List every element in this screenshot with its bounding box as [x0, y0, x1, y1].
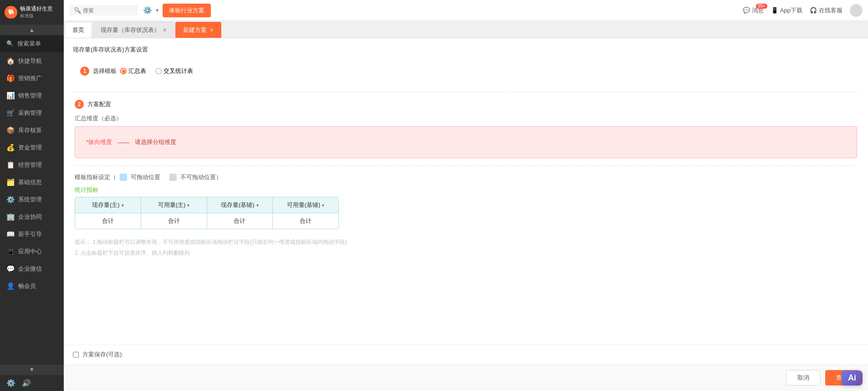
cart-icon: 🛒 — [6, 109, 15, 117]
cancel-button[interactable]: 取消 — [786, 370, 821, 386]
online-service-label: 在线客服 — [819, 6, 842, 15]
sidebar-item-label: 经营管理 — [18, 161, 42, 169]
sidebar-item-label: 营销推广 — [18, 74, 42, 82]
tab-new-scheme[interactable]: 新建方案 ✕ — [175, 22, 221, 38]
stats-col-1[interactable]: 可用量(主) ▾ — [141, 197, 207, 213]
tips-item-1: 2. 点击标题栏下拉可设置排序、插入列和删除列 — [75, 247, 857, 258]
indicator-label-text: 模板指标设定（ — [75, 173, 116, 181]
user-icon: 👤 — [6, 282, 15, 290]
draggable-badge — [120, 174, 127, 181]
sidebar-item-quicknav[interactable]: 🏠 快捷导航 — [0, 52, 64, 70]
radio-cross-label: 交叉统计表 — [163, 67, 193, 75]
section1-header: 1 选择模板 汇总表 交叉统计表 — [80, 67, 852, 76]
topbar-dropdown-icon[interactable]: ▾ — [156, 7, 159, 14]
dim-required-star: *纵向维度 — [86, 138, 112, 146]
stats-col-0-chevron[interactable]: ▾ — [122, 203, 124, 208]
sidebar-item-member[interactable]: 👤 畅会员 — [0, 278, 64, 295]
stats-cell-1: 合计 — [141, 213, 207, 229]
radio-cross[interactable]: 交叉统计表 — [155, 67, 193, 75]
clipboard-icon: 📋 — [6, 161, 15, 169]
sidebar-item-purchase[interactable]: 🛒 采购管理 — [0, 104, 64, 122]
sidebar-item-inventory[interactable]: 📦 库存核算 — [0, 122, 64, 139]
section1-num: 1 — [80, 67, 89, 76]
radio-cross-circle — [155, 68, 162, 74]
stats-cell-3: 合计 — [273, 213, 338, 229]
sidebar-item-appcenter[interactable]: 📱 应用中心 — [0, 243, 64, 260]
message-button[interactable]: 💬 消息 99+ — [743, 6, 764, 15]
app-logo-icon: 畅 — [5, 6, 17, 19]
stats-col-1-chevron[interactable]: ▾ — [187, 203, 189, 208]
stats-table: 现存量(主) ▾ 可用量(主) ▾ 现存量(基辅) ▾ — [75, 197, 339, 229]
stats-col-3-chevron[interactable]: ▾ — [322, 203, 324, 208]
sidebar-item-sales[interactable]: 📊 销售管理 — [0, 87, 64, 104]
sidebar-item-company[interactable]: 🏢 企业协同 — [0, 208, 64, 226]
sidebar-item-label: 库存核算 — [18, 126, 42, 134]
sidebar-item-wechat[interactable]: 💬 企业微信 — [0, 260, 64, 278]
tab-inventory-status[interactable]: 现存量（库存状况表） ✕ — [93, 22, 174, 38]
sidebar-item-newguide[interactable]: 📖 新手引导 — [0, 226, 64, 243]
save-checkbox[interactable] — [73, 352, 79, 358]
stats-cell-2: 合计 — [207, 213, 273, 229]
money-icon: 💰 — [6, 144, 15, 152]
trial-button[interactable]: 体验行业方案 — [163, 4, 211, 17]
content-footer: 方案保存(可选) — [64, 345, 868, 364]
topbar-search-input[interactable] — [83, 7, 133, 14]
sidebar-item-marketing[interactable]: 🎁 营销推广 — [0, 70, 64, 87]
tab-home[interactable]: 首页 — [65, 22, 92, 38]
tab-new-scheme-close[interactable]: ✕ — [209, 27, 214, 33]
stats-col-2[interactable]: 现存量(基辅) ▾ — [207, 197, 273, 213]
sidebar-item-label: 企业协同 — [18, 213, 42, 221]
message-badge: 99+ — [756, 4, 767, 9]
save-label: 方案保存(可选) — [82, 350, 122, 359]
page-title: 现存量(库存状况表)方案设置 — [73, 46, 859, 54]
sidebar-item-search[interactable]: 🔍 搜索菜单 — [0, 35, 64, 52]
phone-icon: 📱 — [771, 7, 778, 14]
ai-badge[interactable]: Ai — [842, 370, 863, 386]
user-avatar[interactable] — [850, 4, 863, 17]
sidebar-scroll-down[interactable]: ▼ — [0, 365, 64, 375]
stats-table-header: 现存量(主) ▾ 可用量(主) ▾ 现存量(基辅) ▾ — [75, 197, 338, 213]
sidebar-item-finance[interactable]: 💰 资金管理 — [0, 139, 64, 156]
topbar-search-box[interactable]: 🔍 — [69, 5, 138, 15]
stats-col-3-label: 可用量(基辅) — [287, 201, 321, 209]
sidebar-scroll-up[interactable]: ▲ — [0, 25, 64, 35]
tips-title: 提示： 1.拖动标题栏可以调整布局，不可跨维度或指标区域拖动栏目字段(只能在同一… — [75, 237, 857, 247]
topbar-gear-icon[interactable]: ⚙️ — [143, 6, 152, 15]
dim-placeholder[interactable]: 请选择分组维度 — [135, 138, 176, 146]
app-download-button[interactable]: 📱 App下载 — [771, 6, 802, 15]
app-download-label: App下载 — [780, 6, 802, 15]
sidebar-item-label: 基础信息 — [18, 178, 42, 186]
section1-title: 选择模板 — [93, 67, 117, 75]
settings-icon[interactable]: ⚙️ — [6, 379, 15, 387]
online-service-button[interactable]: 🎧 在线客服 — [810, 6, 842, 15]
stats-col-2-chevron[interactable]: ▾ — [256, 203, 259, 208]
topbar: 🔍 ⚙️ ▾ 体验行业方案 💬 消息 99+ 📱 App下载 🎧 在线客服 — [64, 0, 868, 21]
stats-col-0[interactable]: 现存量(主) ▾ — [75, 197, 141, 213]
sidebar-item-basic[interactable]: 🗂️ 基础信息 — [0, 174, 64, 191]
radio-summary[interactable]: 汇总表 — [120, 67, 146, 75]
dim-box: *纵向维度 —— 请选择分组维度 — [75, 126, 857, 158]
sidebar-item-operation[interactable]: 📋 经营管理 — [0, 156, 64, 174]
sidebar-item-label: 资金管理 — [18, 144, 42, 152]
message-icon: 💬 — [743, 7, 750, 14]
sidebar-item-label: 新手引导 — [18, 230, 42, 238]
tab-new-scheme-label: 新建方案 — [183, 26, 207, 34]
topbar-right: 💬 消息 99+ 📱 App下载 🎧 在线客服 — [743, 4, 863, 17]
sidebar-item-system[interactable]: ⚙️ 系统管理 — [0, 191, 64, 208]
stats-col-3[interactable]: 可用量(基辅) ▾ — [273, 197, 338, 213]
template-radio-group: 汇总表 交叉统计表 — [120, 67, 193, 75]
tips-area: 提示： 1.拖动标题栏可以调整布局，不可跨维度或指标区域拖动栏目字段(只能在同一… — [75, 237, 857, 258]
chart-icon: 📊 — [6, 92, 15, 100]
indicator-section: 模板指标设定（ 可拖动位置 不可拖动位置） 统计指标 现存量(主) ▾ — [75, 173, 857, 229]
sidebar-item-label: 快捷导航 — [18, 57, 42, 65]
indicator-label: 模板指标设定（ 可拖动位置 不可拖动位置） — [75, 173, 857, 181]
box-icon: 📦 — [6, 126, 15, 134]
tab-inventory-status-label: 现存量（库存状况表） — [101, 26, 160, 34]
tips-item-0: 1.拖动标题栏可以调整布局，不可跨维度或指标区域拖动栏目字段(只能在同一维度或指… — [92, 239, 347, 245]
tabs-bar: 首页 现存量（库存状况表） ✕ 新建方案 ✕ ✕ ⛶ — [64, 21, 868, 38]
section2-num: 2 — [75, 100, 84, 109]
sound-icon[interactable]: 🔊 — [22, 379, 31, 387]
draggable-label: 可拖动位置 — [131, 173, 160, 181]
app-name: 畅康通好生意 — [20, 5, 53, 13]
tab-inventory-status-close[interactable]: ✕ — [163, 27, 167, 33]
